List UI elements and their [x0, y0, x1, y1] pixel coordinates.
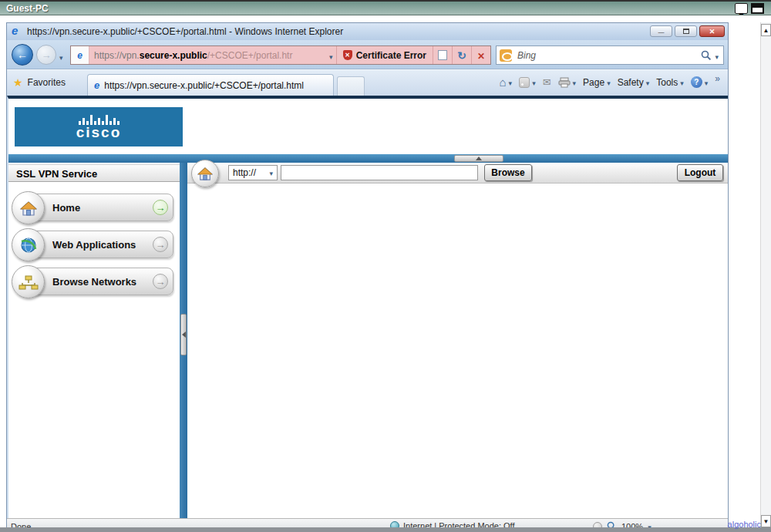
- sidebar-collapse-handle[interactable]: [180, 314, 187, 355]
- cisco-logo: cisco: [15, 107, 183, 146]
- bing-icon: [500, 49, 512, 62]
- protocol-dropdown-icon: [269, 167, 273, 178]
- chevron-left-icon: [182, 332, 186, 338]
- home-page-icon: [12, 191, 45, 224]
- sidebar-items: Home Web Applications: [8, 182, 180, 295]
- portal-divider-bar: [8, 154, 728, 163]
- read-mail-button[interactable]: [543, 76, 551, 88]
- address-url[interactable]: https://vpn.secure-x.public/+CSCOE+/port…: [94, 50, 292, 61]
- web-applications-icon: [12, 228, 45, 261]
- arrow-right-icon[interactable]: [153, 200, 168, 215]
- sidebar-item-label: Web Applications: [52, 239, 136, 251]
- tools-dropdown-icon: [680, 77, 684, 88]
- printer-icon: [558, 77, 571, 88]
- help-button[interactable]: [691, 76, 709, 88]
- logout-button[interactable]: Logout: [677, 164, 723, 181]
- sidebar-title: SSL VPN Service: [8, 164, 180, 182]
- safety-menu-label: Safety: [618, 77, 644, 88]
- ie-titlebar: e https://vpn.secure-x.public/+CSCOE+/po…: [7, 23, 728, 40]
- certificate-error-button[interactable]: Certificate Error: [337, 50, 433, 61]
- watermark: algoholic: [728, 520, 761, 529]
- tools-menu-label: Tools: [656, 77, 678, 88]
- protocol-value: http://: [233, 167, 256, 178]
- stop-button[interactable]: [471, 46, 490, 64]
- search-box[interactable]: Bing: [496, 45, 724, 65]
- new-tab-button[interactable]: [337, 76, 365, 96]
- print-dropdown-icon: [573, 77, 577, 88]
- ie-window-controls: [650, 25, 725, 37]
- page-menu[interactable]: Page: [583, 77, 611, 88]
- refresh-button[interactable]: [452, 46, 471, 64]
- favorites-label: Favorites: [28, 77, 66, 88]
- navigation-bar: e https://vpn.secure-x.public/+CSCOE+/po…: [7, 40, 728, 69]
- home-icon: [500, 76, 507, 89]
- sidebar-item-browse-networks[interactable]: Browse Networks: [22, 268, 173, 295]
- url-scheme: https://vpn.: [94, 50, 140, 61]
- url-domain: secure-x.public: [140, 50, 207, 61]
- cisco-logo-icon: [79, 113, 120, 125]
- minimize-icon: [658, 28, 665, 35]
- forward-button[interactable]: [36, 45, 56, 65]
- vm-titlebar: Guest-PC: [0, 1, 771, 15]
- portal-content: SSL VPN Service Home: [8, 163, 728, 518]
- vm-scrollbar[interactable]: ▲ ▼: [760, 22, 771, 532]
- back-button[interactable]: [12, 44, 33, 66]
- tools-menu[interactable]: Tools: [656, 77, 684, 88]
- url-path: /+CSCOE+/portal.htr: [207, 50, 293, 61]
- favorites-button[interactable]: Favorites: [13, 76, 66, 89]
- search-dropdown-icon[interactable]: [715, 49, 719, 62]
- page-menu-label: Page: [583, 77, 604, 88]
- address-bar[interactable]: e https://vpn.secure-x.public/+CSCOE+/po…: [70, 45, 491, 65]
- portal-address-toolbar: http:// Browse Logout: [187, 163, 728, 184]
- page-dropdown-icon: [607, 77, 611, 88]
- scroll-down-button[interactable]: ▼: [761, 515, 771, 527]
- vm-minimize-button[interactable]: [735, 3, 748, 14]
- recent-pages-dropdown-icon[interactable]: [59, 49, 63, 63]
- address-dropdown-icon[interactable]: [329, 49, 333, 62]
- portal-banner: cisco: [8, 99, 728, 154]
- home-button[interactable]: [500, 76, 513, 89]
- search-placeholder[interactable]: Bing: [517, 50, 701, 61]
- ie-logo-icon: e: [12, 25, 18, 36]
- sidebar-item-home[interactable]: Home: [22, 194, 173, 221]
- maximize-button[interactable]: [675, 25, 697, 37]
- toolbar-collapse-handle[interactable]: [454, 155, 503, 162]
- portal-home-icon[interactable]: [191, 160, 219, 187]
- bottom-edge-strip: [0, 527, 771, 532]
- arrow-right-icon[interactable]: [153, 237, 168, 252]
- browse-button[interactable]: Browse: [484, 164, 532, 181]
- page-favicon[interactable]: e: [71, 46, 89, 64]
- favorites-bar: Favorites e https://vpn.secure-x.public/…: [7, 69, 728, 96]
- print-button[interactable]: [558, 77, 577, 88]
- command-overflow-button[interactable]: [715, 73, 720, 84]
- maximize-icon: [683, 29, 689, 34]
- feeds-dropdown-icon: [532, 77, 536, 88]
- close-icon: [709, 28, 715, 35]
- active-tab[interactable]: e https://vpn.secure-x.public/+CSCOE+/po…: [87, 74, 334, 96]
- close-button[interactable]: [699, 25, 725, 37]
- screen: Guest-PC e https://vpn.secure-x.public/+…: [0, 0, 771, 532]
- compatibility-view-button[interactable]: [433, 46, 452, 64]
- mail-icon: [543, 76, 551, 88]
- sidebar-item-web-applications[interactable]: Web Applications: [22, 231, 173, 258]
- cisco-brand-name: cisco: [76, 125, 122, 140]
- arrow-right-icon[interactable]: [153, 274, 168, 289]
- ie-window: e https://vpn.secure-x.public/+CSCOE+/po…: [6, 22, 729, 532]
- scroll-up-button[interactable]: ▲: [761, 24, 771, 36]
- minimize-button[interactable]: [650, 25, 672, 37]
- safety-menu[interactable]: Safety: [618, 77, 650, 88]
- portal-address-input[interactable]: [281, 165, 478, 180]
- feeds-button[interactable]: [519, 77, 536, 88]
- favorites-star-icon: [13, 76, 23, 89]
- help-icon: [691, 76, 702, 88]
- ie-window-title: https://vpn.secure-x.public/+CSCOE+/port…: [27, 26, 343, 37]
- vm-window-title: Guest-PC: [6, 3, 49, 14]
- browse-networks-icon: [12, 265, 45, 298]
- protocol-select[interactable]: http://: [228, 165, 278, 180]
- vm-maximize-button[interactable]: [751, 3, 764, 14]
- sidebar-item-label: Browse Networks: [52, 276, 136, 288]
- refresh-icon: [457, 49, 466, 62]
- stop-icon: [477, 49, 485, 62]
- tab-favicon-icon: e: [94, 80, 99, 91]
- search-icon[interactable]: [701, 50, 712, 61]
